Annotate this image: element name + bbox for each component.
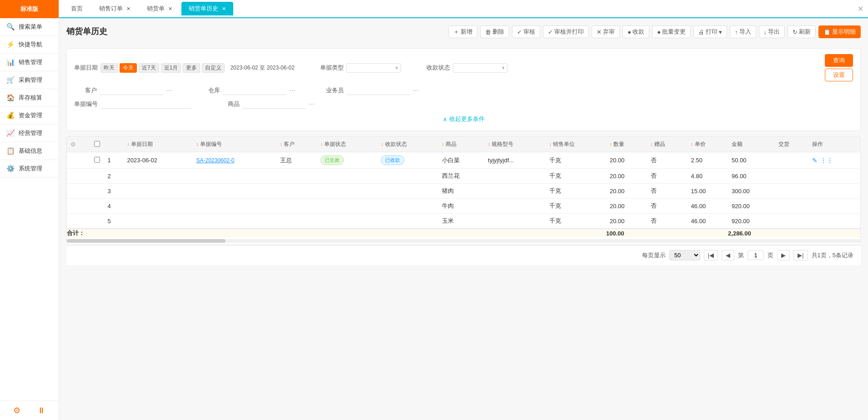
date-btn-1month[interactable]: 近1月 — [161, 63, 181, 73]
sort-docstatus-icon[interactable]: ↕ — [321, 142, 323, 147]
batch-change-button[interactable]: ● 批量变更 — [652, 25, 691, 38]
sort-customer-icon[interactable]: ↕ — [280, 142, 282, 147]
first-page-button[interactable]: |◀ — [704, 250, 718, 260]
date-btn-custom[interactable]: 自定义 — [202, 63, 225, 73]
sidebar-item-inventory-calc[interactable]: 🏠 库存核算 — [0, 89, 59, 107]
col-unit[interactable]: ↕ 销售单位 — [546, 137, 606, 152]
sort-gift-icon[interactable]: ↕ — [651, 142, 653, 147]
col-settings[interactable]: ⚙ — [67, 137, 90, 152]
set-button[interactable]: 设置 — [825, 69, 853, 81]
prev-page-button[interactable]: ◀ — [722, 250, 734, 260]
sidebar-item-purchase-mgmt[interactable]: 🛒 采购管理 — [0, 71, 59, 89]
query-button[interactable]: 查询 — [825, 54, 853, 67]
sort-spec-icon[interactable]: ↕ — [488, 142, 490, 147]
sidebar-item-ops-mgmt[interactable]: 📈 经营管理 — [0, 125, 59, 142]
date-btn-yesterday[interactable]: 昨天 — [100, 63, 118, 73]
payment-status-select[interactable] — [453, 63, 507, 73]
tab-sales-goods-close[interactable]: ✕ — [168, 6, 172, 12]
sidebar-item-sys-mgmt[interactable]: ⚙️ 系统管理 — [0, 160, 59, 178]
tab-sales-order-close[interactable]: ✕ — [126, 6, 130, 12]
tab-sales-order[interactable]: 销售订单 ✕ — [92, 2, 138, 15]
table-header-row: ⚙ ↕ 单据日期 ↕ 单据编号 ↕ 客户 ↕ 单据状态 ↕ 收款状态 ↕ 商品 … — [67, 137, 860, 152]
table-wrapper: ⚙ ↕ 单据日期 ↕ 单据编号 ↕ 客户 ↕ 单据状态 ↕ 收款状态 ↕ 商品 … — [66, 136, 861, 245]
sidebar-item-quick-nav[interactable]: ⚡ 快捷导航 — [0, 36, 59, 54]
summary-spacer — [123, 229, 606, 237]
sort-goods-icon[interactable]: ↕ — [442, 142, 444, 147]
import-button[interactable]: ↑ 导入 — [730, 25, 756, 38]
next-page-button[interactable]: ▶ — [777, 250, 790, 260]
sort-unit-icon[interactable]: ↕ — [549, 142, 552, 147]
warehouse-dots[interactable]: ··· — [289, 86, 295, 95]
new-button[interactable]: ＋ 新增 — [448, 25, 477, 38]
sort-date-icon[interactable]: ↕ — [127, 142, 129, 147]
tabbar-close-btn[interactable]: ✕ — [858, 5, 863, 13]
delete-button[interactable]: 🗑 删除 — [480, 25, 509, 38]
print-button[interactable]: 🖨 打印 ▾ — [693, 25, 727, 38]
sort-unitprice-icon[interactable]: ↕ — [691, 142, 693, 147]
sort-qty-icon[interactable]: ↕ — [610, 142, 612, 147]
sidebar-item-base-info[interactable]: 📋 基础信息 — [0, 142, 59, 160]
customer-dots[interactable]: ··· — [166, 86, 172, 95]
col-qty[interactable]: ↕ 数量 — [606, 137, 647, 152]
date-btn-today[interactable]: 今天 — [120, 63, 137, 73]
export-button[interactable]: ↓ 导出 — [759, 25, 785, 38]
date-btn-7days[interactable]: 近7天 — [139, 63, 159, 73]
abandon-button[interactable]: ✕ 弃审 — [592, 25, 620, 38]
doc-no-link[interactable]: SA-20230602-0 — [196, 157, 234, 164]
sidebar-item-sales-mgmt[interactable]: 📊 销售管理 — [0, 54, 59, 71]
page-number-input[interactable] — [748, 250, 764, 260]
tab-sales-history-close[interactable]: ✕ — [222, 6, 226, 12]
sidebar-item-search-menu[interactable]: 🔍 搜索菜单 — [0, 18, 59, 36]
scrollbar-thumb[interactable] — [67, 239, 226, 243]
audit-print-button[interactable]: ✓ 审核并打印 — [543, 25, 589, 38]
col-unit-price[interactable]: ↕ 单价 — [687, 137, 728, 152]
row-checkbox[interactable] — [94, 157, 100, 163]
tab-sales-history[interactable]: 销货单历史 ✕ — [181, 2, 233, 15]
filter-date-item: 单据日期 昨天 今天 近7天 近1月 更多 自定义 2023-06-02 至 2… — [74, 63, 295, 73]
filter-row-3: 单据编号 商品 ··· — [74, 100, 853, 109]
show-detail-button[interactable]: 📋 显示明细 — [818, 25, 861, 38]
edit-action-icon[interactable]: ✎ — [812, 157, 818, 164]
per-page-label: 每页显示 — [642, 251, 666, 260]
new-icon: ＋ — [453, 28, 459, 36]
sidebar-settings-icon[interactable]: ⚙ — [13, 405, 20, 415]
col-customer[interactable]: ↕ 客户 — [276, 137, 317, 152]
content-area: 销货单历史 ＋ 新增 🗑 删除 ✓ 审核 ✓ 审核并打印 — [59, 18, 868, 420]
date-btn-more[interactable]: 更多 — [183, 63, 200, 73]
sort-docno-icon[interactable]: ↕ — [196, 142, 198, 147]
row-unit: 千克 — [546, 169, 606, 184]
salesperson-dots[interactable]: ··· — [413, 86, 419, 95]
collect-button[interactable]: ● 收款 — [622, 25, 649, 38]
col-doc-no[interactable]: ↕ 单据编号 — [192, 137, 276, 152]
docno-input[interactable] — [100, 100, 191, 109]
row-unit-price: 2.50 — [687, 152, 728, 169]
audit-button[interactable]: ✓ 审核 — [512, 25, 540, 38]
warehouse-input[interactable] — [223, 86, 286, 95]
col-goods[interactable]: ↕ 商品 — [438, 137, 484, 152]
goods-input[interactable] — [242, 100, 306, 109]
per-page-select[interactable]: 50 100 — [669, 250, 700, 260]
doctype-select[interactable] — [346, 63, 401, 73]
tab-home[interactable]: 首页 — [64, 2, 90, 15]
goods-dots[interactable]: ··· — [309, 100, 315, 108]
col-payment-status[interactable]: ↕ 收款状态 — [377, 137, 438, 152]
sort-paymentstatus-icon[interactable]: ↕ — [381, 142, 383, 147]
refresh-button[interactable]: ↻ 刷新 — [788, 25, 816, 38]
table-settings-icon[interactable]: ⚙ — [70, 141, 76, 148]
col-doc-status[interactable]: ↕ 单据状态 — [317, 137, 377, 152]
col-gift[interactable]: ↕ 赠品 — [647, 137, 687, 152]
row-date: 2023-06-02 — [123, 152, 192, 169]
last-page-button[interactable]: ▶| — [793, 250, 808, 260]
sidebar-collapse-icon[interactable]: ⏸ — [37, 406, 45, 415]
col-date[interactable]: ↕ 单据日期 — [123, 137, 192, 152]
horizontal-scrollbar[interactable] — [67, 239, 860, 243]
select-all-checkbox[interactable] — [94, 141, 100, 147]
collapse-button[interactable]: ∧ 收起更多条件 — [74, 113, 853, 125]
salesperson-input[interactable] — [346, 86, 410, 95]
date-shortcuts: 昨天 今天 近7天 近1月 更多 自定义 — [100, 63, 225, 73]
more-action-icon[interactable]: ⋮⋮ — [820, 157, 833, 164]
sidebar-item-finance-mgmt[interactable]: 💰 资金管理 — [0, 107, 59, 125]
tab-sales-goods[interactable]: 销货单 ✕ — [140, 2, 180, 15]
col-spec[interactable]: ↕ 规格型号 — [484, 137, 546, 152]
customer-input[interactable] — [100, 86, 163, 95]
